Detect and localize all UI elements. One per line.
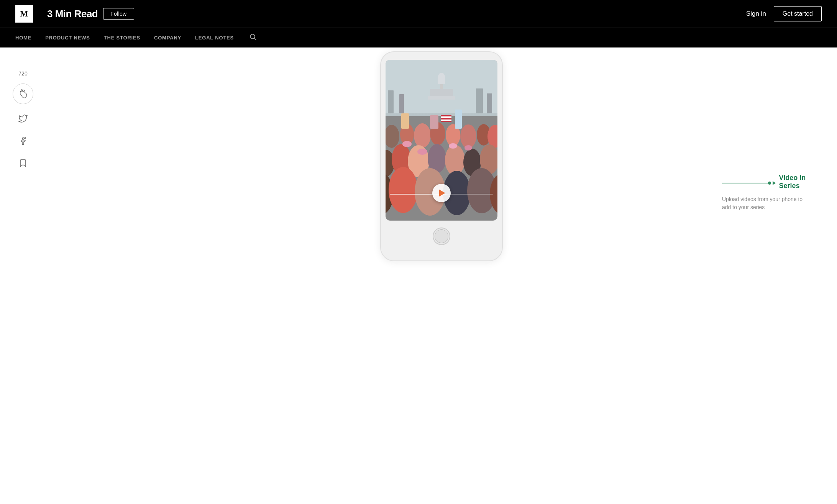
svg-point-22 — [445, 145, 465, 175]
svg-rect-4 — [399, 94, 404, 113]
get-started-button[interactable]: Get started — [774, 6, 822, 21]
twitter-icon[interactable] — [15, 111, 31, 126]
annotation-description: Upload videos from your phone to add to … — [722, 195, 806, 211]
site-header: M 3 Min Read Follow Sign in Get started — [0, 0, 837, 28]
main-nav: HOME PRODUCT NEWS THE STORIES COMPANY LE… — [0, 28, 837, 47]
play-button[interactable] — [432, 184, 451, 202]
svg-rect-36 — [441, 116, 451, 118]
clap-button[interactable] — [13, 83, 33, 104]
phone-home-button[interactable] — [433, 227, 450, 245]
svg-rect-5 — [476, 88, 483, 113]
phone-home-inner — [435, 229, 448, 243]
medium-logo: M — [15, 5, 33, 23]
annotation-line: Video in Series — [722, 174, 806, 192]
svg-point-32 — [449, 143, 457, 149]
svg-point-31 — [402, 141, 412, 147]
svg-rect-6 — [487, 93, 492, 113]
svg-rect-17 — [430, 115, 438, 129]
header-left: M 3 Min Read Follow — [15, 5, 134, 23]
center-content: Video in Series Upload videos from your … — [46, 47, 837, 504]
nav-item-home[interactable]: HOME — [15, 35, 31, 41]
publication-title: 3 Min Read — [47, 8, 98, 20]
svg-point-26 — [389, 167, 418, 213]
clap-count: 720 — [18, 70, 27, 77]
nav-item-legal-notes[interactable]: LEGAL NOTES — [195, 35, 234, 41]
svg-rect-37 — [441, 119, 451, 121]
search-icon[interactable] — [249, 33, 257, 43]
svg-point-33 — [417, 149, 427, 155]
sign-in-link[interactable]: Sign in — [746, 10, 766, 18]
video-annotation: Video in Series Upload videos from your … — [722, 174, 806, 211]
svg-point-12 — [460, 124, 476, 148]
nav-item-product-news[interactable]: PRODUCT NEWS — [45, 35, 90, 41]
follow-button[interactable]: Follow — [103, 8, 134, 20]
bookmark-icon[interactable] — [15, 155, 31, 171]
main-content: 720 — [0, 47, 837, 504]
svg-rect-15 — [401, 113, 409, 129]
svg-rect-3 — [388, 90, 394, 113]
phone-mockup — [380, 51, 503, 261]
phone-screen — [386, 60, 497, 221]
play-button-container — [432, 184, 451, 202]
left-sidebar: 720 — [0, 47, 46, 504]
play-icon — [439, 190, 445, 196]
svg-point-7 — [386, 125, 399, 148]
header-right: Sign in Get started — [746, 6, 822, 21]
facebook-icon[interactable] — [15, 133, 31, 149]
nav-item-the-stories[interactable]: THE STORIES — [104, 35, 140, 41]
annotation-dot — [768, 182, 771, 185]
header-divider — [40, 7, 40, 21]
svg-line-1 — [254, 38, 256, 40]
svg-point-0 — [250, 34, 255, 39]
annotation-line-horizontal — [722, 183, 768, 183]
annotation-title: Video in Series — [779, 174, 806, 190]
svg-point-9 — [414, 123, 431, 148]
svg-point-34 — [464, 145, 472, 151]
nav-item-company[interactable]: COMPANY — [154, 35, 181, 41]
svg-rect-16 — [455, 110, 462, 129]
annotation-arrow-icon — [773, 181, 776, 185]
svg-rect-35 — [441, 115, 451, 122]
